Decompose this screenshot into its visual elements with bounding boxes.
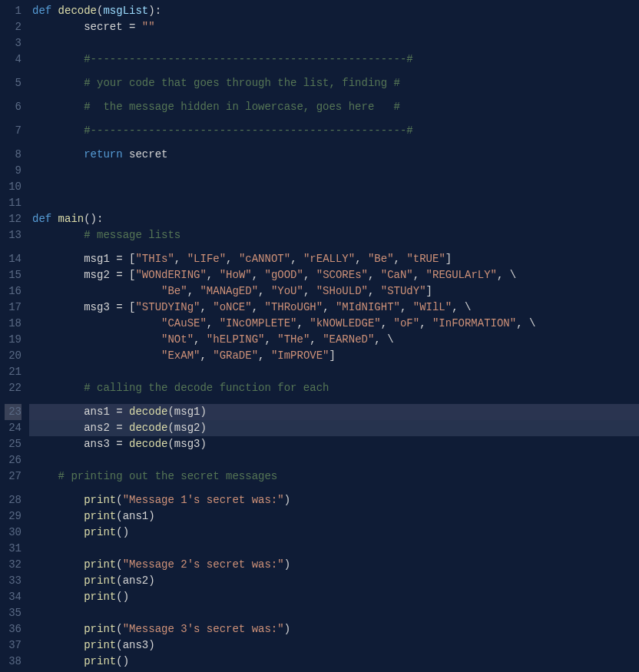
code-line[interactable]: print(): [29, 525, 639, 541]
code-line[interactable]: [29, 541, 639, 557]
token-punc: ,: [258, 285, 271, 297]
code-line[interactable]: print(ans2): [29, 573, 639, 589]
token-var: msg1 = [: [84, 253, 135, 265]
code-line[interactable]: "CAuSE", "INcOMPLETE", "kNOWLEDGE", "oF"…: [29, 316, 639, 332]
code-line[interactable]: [29, 605, 639, 621]
token-punc: ): [200, 438, 206, 450]
line-number: 1: [5, 3, 22, 19]
token-str: "Be": [161, 285, 187, 297]
line-number: 16: [5, 283, 22, 300]
code-line[interactable]: print(ans3): [29, 637, 639, 654]
code-line[interactable]: # calling the decode function for each: [29, 380, 639, 396]
line-number: 38: [5, 654, 22, 670]
code-line[interactable]: print(): [29, 589, 639, 605]
code-line[interactable]: msg3 = ["STUDYINg", "oNCE", "THRoUGH", "…: [29, 300, 639, 316]
code-line[interactable]: secret = "": [29, 19, 639, 35]
token-var: msg2: [174, 422, 200, 434]
line-number: 25: [5, 436, 22, 452]
code-line[interactable]: msg1 = ["THIs", "LIFe", "cANNOT", "rEALL…: [29, 251, 639, 267]
token-punc: ,: [290, 253, 303, 265]
token-punc: ,: [226, 253, 239, 265]
token-punc: ,: [381, 317, 394, 329]
line-number: 7: [5, 123, 22, 139]
token-fn: print: [84, 639, 116, 651]
code-line[interactable]: [29, 35, 639, 51]
code-line[interactable]: return secret: [29, 147, 639, 163]
token-fn: decode: [129, 438, 167, 450]
code-line[interactable]: "ExAM", "GRaDE", "ImPROVE"]: [29, 348, 639, 364]
token-punc: ,: [296, 317, 310, 329]
token-punc: , \: [497, 269, 516, 281]
code-line[interactable]: print("Message 3's secret was:"): [29, 621, 639, 637]
token-punc: (: [167, 438, 174, 450]
token-var: msg1: [174, 406, 200, 418]
line-number: 23: [5, 404, 22, 420]
token-str: "CAuSE": [161, 317, 207, 329]
token-str: "STUDYINg": [135, 301, 200, 313]
code-line[interactable]: "NOt", "hELPING", "THe", "EARNeD", \: [29, 332, 639, 348]
token-punc: ]: [329, 349, 336, 362]
token-punc: ): [200, 422, 206, 434]
token-var: ans3: [123, 639, 149, 651]
code-line[interactable]: [29, 163, 639, 179]
token-fn: print: [84, 655, 116, 667]
token-fn: decode: [129, 422, 167, 434]
code-line[interactable]: [29, 195, 639, 211]
token-punc: , \: [516, 317, 535, 329]
token-punc: ): [148, 639, 154, 651]
token-str: "InFORMATION": [432, 317, 516, 329]
code-area[interactable]: def decode(msgList): secret = "" #------…: [29, 0, 639, 672]
code-line[interactable]: [29, 364, 639, 380]
token-str: "HoW": [220, 269, 252, 281]
line-number: 30: [5, 525, 22, 541]
token-punc: ): [148, 510, 154, 522]
token-fn: print: [84, 494, 116, 506]
code-line[interactable]: ans3 = decode(msg3): [29, 436, 639, 452]
code-line[interactable]: print("Message 1's secret was:"): [29, 492, 639, 508]
code-line[interactable]: print(): [29, 654, 639, 670]
token-var: msg3: [174, 438, 200, 450]
token-fn: print: [84, 526, 116, 538]
line-number: 18: [5, 316, 22, 332]
line-number: 36: [5, 621, 22, 637]
token-punc: ,: [252, 301, 265, 313]
code-line[interactable]: # printing out the secret messages: [29, 468, 639, 485]
code-line[interactable]: [29, 452, 639, 468]
code-line[interactable]: #---------------------------------------…: [29, 51, 639, 68]
line-number: 15: [5, 267, 22, 283]
token-var: ans3 =: [84, 438, 129, 450]
token-cmt: # message lists: [84, 229, 180, 241]
token-punc: ,: [174, 253, 187, 265]
code-line[interactable]: ans1 = decode(msg1): [29, 404, 639, 420]
code-line[interactable]: # message lists: [29, 227, 639, 243]
code-editor[interactable]: 1234567891011121314151617181920212223242…: [0, 0, 639, 672]
code-line[interactable]: # the message hidden in lowercase, goes …: [29, 99, 639, 115]
token-str: "WIlL": [413, 301, 452, 313]
token-fn: main: [58, 213, 84, 225]
token-punc: (: [116, 494, 122, 506]
code-line[interactable]: msg2 = ["WONdERING", "HoW", "gOOD", "SCO…: [29, 267, 639, 283]
code-line[interactable]: ans2 = decode(msg2): [29, 420, 639, 436]
token-punc: ,: [200, 349, 213, 362]
code-line[interactable]: print(ans1): [29, 508, 639, 525]
code-line[interactable]: def decode(msgList):: [29, 3, 639, 19]
code-line[interactable]: def main():: [29, 211, 639, 227]
token-var: msg3 = [: [84, 301, 135, 313]
line-number: 19: [5, 332, 22, 348]
code-line[interactable]: print("Message 2's secret was:"): [29, 557, 639, 573]
code-line[interactable]: #---------------------------------------…: [29, 123, 639, 139]
token-str: "oF": [394, 317, 420, 329]
token-str: "EARNeD": [323, 333, 374, 346]
token-var: secret =: [84, 21, 142, 33]
token-kw: def: [32, 5, 58, 17]
token-fn: decode: [58, 5, 97, 17]
code-line[interactable]: [29, 179, 639, 195]
token-punc: ,: [413, 269, 426, 281]
code-line[interactable]: # your code that goes through the list, …: [29, 75, 639, 91]
token-str: "MIdNIGHT": [336, 301, 400, 313]
token-punc: (): [116, 526, 129, 538]
code-line[interactable]: "Be", "MANAgED", "YoU", "SHoULD", "STUdY…: [29, 283, 639, 300]
line-number: 31: [5, 541, 22, 557]
token-punc: ,: [394, 253, 407, 265]
line-number: 21: [5, 364, 22, 380]
